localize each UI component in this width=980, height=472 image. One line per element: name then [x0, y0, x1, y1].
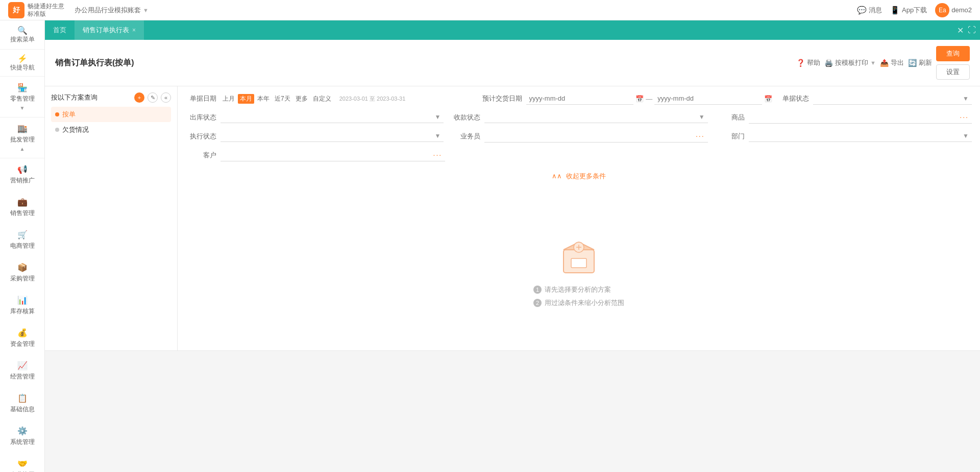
sidebar-item-sales[interactable]: 💼 销售管理	[0, 191, 44, 224]
sidebar-group-retail: 🏪 零售管理 ▼	[0, 77, 44, 117]
date-end-icon[interactable]: 📅	[764, 95, 772, 103]
sidebar-item-purchase[interactable]: 📦 采购管理	[0, 256, 44, 289]
salesman-field: 业务员 ···	[450, 130, 707, 143]
tip-2-num: 2	[533, 299, 542, 307]
expected-date-label: 预计交货日期	[482, 94, 522, 103]
top-bar-right: 💬 消息 📱 App下载 Ea demo2	[857, 3, 972, 17]
exec-label: 执行状态	[186, 132, 216, 141]
sidebar-item-system[interactable]: ⚙️ 系统管理	[0, 420, 44, 453]
customer-more-icon[interactable]: ···	[433, 151, 443, 159]
goods-field: 商品 ···	[714, 111, 972, 124]
sidebar-item-ecommerce[interactable]: 🛒 电商管理	[0, 224, 44, 256]
avatar: Ea	[935, 3, 949, 17]
app-download-button[interactable]: 📱 App下载	[890, 6, 927, 15]
customer-select[interactable]: ···	[220, 149, 445, 161]
page-title: 销售订单执行表(按单)	[55, 58, 134, 68]
export-button[interactable]: 📤 导出	[880, 58, 904, 67]
filter-sidebar: 按以下方案查询 + ✎ « 按单	[45, 86, 178, 350]
sidebar-item-enterprise[interactable]: 🤝 企业协同	[0, 453, 44, 472]
goods-more-icon[interactable]: ···	[960, 113, 969, 121]
order-status-select[interactable]: ▼	[813, 93, 972, 105]
query-button[interactable]: 查询	[936, 46, 970, 61]
expected-date-start[interactable]	[526, 92, 634, 105]
date-tab-lastmonth[interactable]: 上月	[220, 94, 237, 104]
exec-field: 执行状态 ▼	[186, 130, 444, 142]
order-status-field: 单据状态 ▼	[778, 93, 972, 105]
date-hint: 2023-03-01 至 2023-03-31	[339, 95, 406, 103]
edit-scheme-button[interactable]: ✎	[148, 92, 158, 103]
date-start-icon[interactable]: 📅	[635, 95, 644, 103]
print-dropdown-icon: ▼	[870, 60, 876, 66]
top-bar-left: 好 畅捷通好生意 标准版 办公用品行业模拟账套 ▼	[8, 2, 149, 18]
filter-option-byorder[interactable]: 按单	[51, 107, 171, 122]
refresh-button[interactable]: 🔄 刷新	[908, 58, 932, 67]
filter-form: 单据日期 上月 本月 本年 近7天 更多 自定义	[178, 86, 980, 191]
print-icon: 🖨️	[824, 59, 833, 67]
salesman-label: 业务员	[450, 132, 480, 141]
print-button[interactable]: 🖨️ 按模板打印 ▼	[824, 58, 876, 67]
goods-select[interactable]: ···	[749, 111, 972, 124]
svg-rect-2	[571, 258, 586, 268]
date-tab-more[interactable]: 更多	[293, 94, 310, 104]
main-layout: 🔍 搜索菜单 ⚡ 快捷导航 🏪 零售管理 ▼ 🏬 批发管理 ▲	[0, 20, 980, 472]
outstock-field: 出库状态 ▼	[186, 111, 444, 123]
filter-area: 按以下方案查询 + ✎ « 按单	[45, 86, 980, 351]
dept-select[interactable]: ▼	[749, 130, 972, 142]
sidebar-item-retail[interactable]: 🏪 零售管理 ▼	[0, 77, 44, 117]
date-tab-custom[interactable]: 自定义	[311, 94, 333, 104]
tab-home[interactable]: 首页	[45, 20, 75, 40]
sidebar-item-search[interactable]: 🔍 搜索菜单	[0, 20, 44, 50]
set-button[interactable]: 设置	[936, 64, 970, 80]
help-button[interactable]: ❓ 帮助	[796, 58, 820, 67]
page-header: 销售订单执行表(按单) ❓ 帮助 🖨️ 按模板打印 ▼ 📤	[45, 40, 980, 86]
collapse-button[interactable]: ∧∧ 收起更多条件	[186, 168, 972, 185]
empty-tips: 1 请先选择要分析的方案 2 用过滤条件来缩小分析范围	[533, 283, 624, 310]
sidebar-item-inventory[interactable]: 📊 库存核算	[0, 289, 44, 322]
filter-row-1: 单据日期 上月 本月 本年 近7天 更多 自定义	[186, 92, 972, 105]
sidebar-item-operation[interactable]: 📈 经营管理	[0, 355, 44, 387]
tab-close-icon[interactable]: ×	[132, 27, 136, 34]
tab-bar-right: ✕ ⛶	[957, 26, 980, 35]
filter-row-2: 出库状态 ▼ 收款状态	[186, 111, 972, 124]
filter-option-shortage[interactable]: 欠货情况	[51, 122, 171, 137]
expected-date-field: 预计交货日期 📅 — 📅	[482, 92, 773, 105]
date-tab-thisyear[interactable]: 本年	[255, 94, 272, 104]
sidebar-item-finance[interactable]: 💰 资金管理	[0, 322, 44, 355]
user-avatar[interactable]: Ea demo2	[935, 3, 972, 17]
sidebar-item-marketing[interactable]: 📢 营销推广	[0, 158, 44, 191]
sidebar-item-quicknav[interactable]: ⚡ 快捷导航	[0, 50, 44, 77]
tab-current[interactable]: 销售订单执行表 ×	[75, 20, 144, 40]
date-tab-thismonth[interactable]: 本月	[238, 94, 254, 104]
tab-bar: 首页 销售订单执行表 × ✕ ⛶	[45, 20, 980, 40]
outstock-select[interactable]: ▼	[220, 111, 444, 123]
tip-2-text: 用过滤条件来缩小分析范围	[545, 296, 624, 310]
logo-text: 畅捷通好生意 标准版	[28, 3, 64, 17]
filter-row-4: 客户 ···	[186, 149, 972, 161]
add-scheme-button[interactable]: +	[134, 92, 144, 103]
empty-icon	[553, 232, 604, 283]
logo-icon: 好	[8, 2, 24, 18]
window-close-button[interactable]: ✕	[957, 26, 964, 35]
content-area: 销售订单执行表(按单) ❓ 帮助 🖨️ 按模板打印 ▼ 📤	[45, 40, 980, 472]
date-tab-7days[interactable]: 近7天	[273, 94, 292, 104]
top-bar: 好 畅捷通好生意 标准版 办公用品行业模拟账套 ▼ 💬 消息 📱 App下载	[0, 0, 980, 20]
dept-field: 部门 ▼	[714, 130, 972, 142]
expected-date-range: 📅 — 📅	[526, 92, 773, 105]
salesman-more-icon[interactable]: ···	[696, 132, 705, 140]
dept-label: 部门	[714, 132, 745, 141]
filter-form-wrapper: 单据日期 上月 本月 本年 近7天 更多 自定义	[178, 86, 980, 350]
sidebar-item-wholesale[interactable]: 🏬 批发管理 ▲	[0, 117, 44, 158]
help-icon: ❓	[796, 59, 805, 67]
salesman-select[interactable]: ···	[484, 130, 707, 143]
receipt-select[interactable]: ▼	[484, 111, 707, 123]
sidebar-item-basic[interactable]: 📋 基础信息	[0, 387, 44, 420]
message-button[interactable]: 💬 消息	[857, 6, 882, 15]
exec-select[interactable]: ▼	[220, 130, 444, 142]
filter-sidebar-title: 按以下方案查询	[51, 93, 97, 102]
expected-date-end[interactable]	[654, 92, 762, 105]
date-tabs: 上月 本月 本年 近7天 更多 自定义	[220, 94, 333, 104]
window-max-button[interactable]: ⛶	[968, 26, 976, 35]
breadcrumb[interactable]: 办公用品行业模拟账套 ▼	[75, 6, 149, 15]
collapse-sidebar-button[interactable]: «	[161, 92, 171, 103]
collapse-icon: ∧∧	[552, 172, 562, 180]
